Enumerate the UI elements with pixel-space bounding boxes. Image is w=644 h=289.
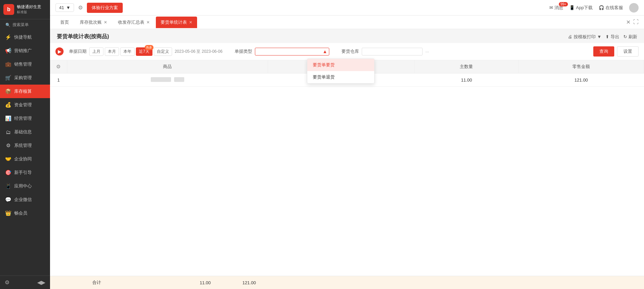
dropdown-item-order-return[interactable]: 要货单退货 bbox=[307, 71, 374, 83]
topbar-right: ✉ 消息 99+ 📱 App下载 🎧 在线客服 bbox=[549, 3, 639, 13]
workspace-selector[interactable]: 41 ▼ bbox=[55, 3, 74, 12]
print-template-button[interactable]: 🖨 按模板打印 ▼ bbox=[568, 34, 601, 40]
product-placeholder2 bbox=[174, 77, 184, 82]
sidebar-item-basic[interactable]: 🗂 基础信息 bbox=[0, 125, 50, 139]
filter-actions: 查询 设置 bbox=[593, 46, 639, 57]
app-version: 标准版 bbox=[17, 10, 41, 15]
refresh-label: 刷新 bbox=[628, 34, 637, 40]
date-this-year[interactable]: 本年 bbox=[120, 47, 135, 56]
sidebar-item-label: 采购管理 bbox=[14, 75, 32, 81]
warehouse-more-icon[interactable]: ··· bbox=[425, 49, 429, 54]
tab-receivable-summary[interactable]: 收发存汇总表 ✕ bbox=[113, 17, 154, 28]
close-all-icon[interactable]: ✕ bbox=[626, 19, 630, 25]
cell-amount: 121.00 bbox=[519, 73, 644, 87]
date-label: 单据日期 bbox=[69, 48, 87, 54]
query-button[interactable]: 查询 bbox=[593, 46, 614, 57]
tabbar-actions: ✕ ⛶ bbox=[626, 19, 639, 25]
sidebar-item-label: 企业协同 bbox=[14, 156, 32, 162]
sidebar-item-label: 库存核算 bbox=[14, 88, 32, 94]
content-area: 要货单统计表(按商品) 🖨 按模板打印 ▼ ⬆ 导出 ↻ 刷新 bbox=[50, 29, 644, 289]
wechat-icon: 💬 bbox=[5, 196, 11, 203]
tab-inventory-batch[interactable]: 库存批次账 ✕ bbox=[75, 17, 112, 28]
sidebar-item-label: 资金管理 bbox=[14, 102, 32, 108]
collapse-icon[interactable]: ◀▶ bbox=[37, 279, 45, 286]
page-title: 要货单统计表(按商品) bbox=[57, 33, 109, 40]
dropdown-item-order-goods[interactable]: 要货单要货 bbox=[307, 59, 374, 71]
sidebar-item-guide[interactable]: 🎯 新手引导 bbox=[0, 166, 50, 179]
sidebar-item-label: 营销推广 bbox=[14, 48, 32, 54]
messages-button[interactable]: ✉ 消息 99+ bbox=[549, 5, 563, 11]
member-icon: 👑 bbox=[5, 210, 11, 217]
type-filter-group: 单据类型 ▲ bbox=[235, 48, 329, 55]
export-button[interactable]: ⬆ 导出 bbox=[605, 34, 619, 40]
sidebar-item-wechat[interactable]: 💬 企业微信 bbox=[0, 193, 50, 206]
cell-quantity: 11.00 bbox=[414, 73, 519, 87]
guide-icon: 🎯 bbox=[5, 169, 11, 176]
date-last-7-days[interactable]: 近7天 热多 bbox=[136, 47, 152, 56]
type-select-input[interactable] bbox=[255, 48, 329, 55]
search-menu[interactable]: 🔍 搜索菜单 bbox=[0, 19, 50, 30]
date-this-month[interactable]: 本月 bbox=[105, 47, 119, 56]
sidebar-item-label: 快捷导航 bbox=[14, 34, 32, 40]
print-template-label: 按模板打印 bbox=[574, 34, 596, 40]
tab-home[interactable]: 首页 bbox=[55, 17, 74, 28]
sidebar-item-finance[interactable]: 💰 资金管理 bbox=[0, 98, 50, 112]
sidebar-item-purchase[interactable]: 🛒 采购管理 bbox=[0, 71, 50, 85]
type-label: 单据类型 bbox=[235, 48, 252, 54]
setting-button[interactable]: 设置 bbox=[617, 46, 639, 57]
app-download-button[interactable]: 📱 App下载 bbox=[569, 5, 593, 11]
cell-product bbox=[67, 73, 268, 87]
date-last-month[interactable]: 上月 bbox=[89, 47, 103, 56]
user-avatar[interactable] bbox=[629, 3, 639, 13]
export-icon: ⬆ bbox=[605, 34, 609, 39]
sidebar-item-label: 销售管理 bbox=[14, 61, 32, 67]
col-product: 商品 bbox=[67, 60, 268, 73]
refresh-icon: ↻ bbox=[623, 34, 627, 39]
chevron-down-icon: ▼ bbox=[66, 5, 70, 10]
expand-icon[interactable]: ⛶ bbox=[633, 19, 639, 25]
print-icon: 🖨 bbox=[568, 34, 572, 39]
footer-total-label: 合计 bbox=[54, 280, 139, 286]
app-download-label: App下载 bbox=[576, 5, 593, 11]
date-custom[interactable]: 自定义 bbox=[154, 47, 172, 56]
sidebar-nav: ⚡ 快捷导航 📢 营销推广 💼 销售管理 🛒 采购管理 📦 库存核算 💰 资金管… bbox=[0, 30, 50, 275]
type-select-wrapper: ▲ bbox=[255, 48, 329, 55]
sales-icon: 💼 bbox=[5, 61, 11, 68]
sidebar-item-appstore[interactable]: 📱 应用中心 bbox=[0, 179, 50, 193]
footer-quantity: 11.00 bbox=[183, 280, 227, 285]
tabbar: 首页 库存批次账 ✕ 收发存汇总表 ✕ 要货单统计表 ✕ ✕ ⛶ bbox=[50, 16, 644, 29]
settings-icon[interactable]: ⚙ bbox=[5, 279, 9, 286]
main-area: 41 ▼ ⚙ 体验行业方案 ✉ 消息 99+ 📱 App下载 🎧 在线客服 bbox=[50, 0, 644, 289]
system-icon: ⚙ bbox=[5, 142, 11, 149]
sidebar-item-inventory[interactable]: 📦 库存核算 bbox=[0, 85, 50, 98]
sidebar-item-quick-nav[interactable]: ⚡ 快捷导航 bbox=[0, 30, 50, 44]
online-service-button[interactable]: 🎧 在线客服 bbox=[599, 5, 623, 11]
refresh-button[interactable]: ↻ 刷新 bbox=[623, 34, 637, 40]
settings-gear-icon[interactable]: ⚙ bbox=[78, 4, 83, 11]
sidebar-item-sales[interactable]: 💼 销售管理 bbox=[0, 58, 50, 71]
tab-order-summary-label: 要货单统计表 bbox=[161, 19, 187, 25]
sidebar-item-operation[interactable]: 📊 经营管理 bbox=[0, 112, 50, 125]
workspace-number: 41 bbox=[59, 5, 64, 10]
sidebar-item-marketing[interactable]: 📢 营销推广 bbox=[0, 44, 50, 58]
sidebar-item-system[interactable]: ⚙ 系统管理 bbox=[0, 139, 50, 152]
sidebar-item-label: 企业微信 bbox=[14, 197, 32, 203]
sidebar-item-label: 畅会员 bbox=[14, 210, 27, 216]
tab-home-label: 首页 bbox=[60, 19, 69, 25]
message-icon: ✉ bbox=[549, 5, 553, 10]
col-settings[interactable]: ⚙ bbox=[50, 60, 67, 73]
close-icon[interactable]: ✕ bbox=[189, 20, 192, 25]
close-icon[interactable]: ✕ bbox=[104, 20, 107, 25]
trial-button[interactable]: 体验行业方案 bbox=[87, 3, 123, 13]
type-dropdown-menu: 要货单要货 要货单退货 bbox=[307, 59, 375, 84]
col-amount: 零售金额 bbox=[519, 60, 644, 73]
filter-expand-button[interactable]: ▶ bbox=[55, 47, 64, 55]
column-settings-icon[interactable]: ⚙ bbox=[56, 64, 61, 69]
sidebar-footer: ⚙ ◀▶ bbox=[0, 275, 50, 289]
sidebar-item-member[interactable]: 👑 畅会员 bbox=[0, 206, 50, 220]
basic-icon: 🗂 bbox=[5, 129, 11, 135]
warehouse-input[interactable] bbox=[362, 48, 423, 55]
tab-order-summary[interactable]: 要货单统计表 ✕ bbox=[156, 17, 197, 28]
close-icon[interactable]: ✕ bbox=[146, 20, 150, 25]
sidebar-item-enterprise[interactable]: 🤝 企业协同 bbox=[0, 152, 50, 166]
